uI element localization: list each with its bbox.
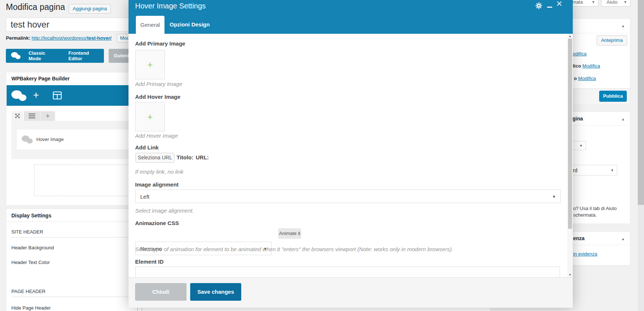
select-url-button[interactable]: Seleziona URL <box>135 153 174 163</box>
schedule-edit-link[interactable]: Modifica <box>578 76 596 81</box>
drag-row-tab[interactable] <box>11 111 23 121</box>
add-hover-image-help: Add Hover Image <box>135 133 178 139</box>
image-alignment-label: Image alignment <box>135 181 178 188</box>
publish-button[interactable]: Pubblica <box>599 91 627 102</box>
add-row-tab[interactable]: + <box>40 111 55 121</box>
element-id-value <box>135 271 140 277</box>
link-help: If empty link, no link <box>135 169 184 175</box>
animazione-css-help: Select type of animation for element to … <box>135 246 546 252</box>
permalink-label: Permalink: <box>6 35 30 41</box>
collapse-icon[interactable]: ▲ <box>621 237 625 241</box>
add-element-icon[interactable]: + <box>33 90 39 100</box>
templates-icon[interactable] <box>53 91 62 101</box>
hide-page-header-label: Hide Page Header <box>11 305 51 311</box>
browser-scrollbar-thumb[interactable] <box>638 0 644 205</box>
modal-scrollbar-thumb[interactable] <box>568 39 572 229</box>
add-hover-image-label: Add Hover Image <box>135 94 180 100</box>
gear-icon[interactable] <box>535 2 543 11</box>
tab-general[interactable]: General <box>136 16 164 34</box>
wpbakery-logo-icon <box>22 135 33 144</box>
classic-mode-button[interactable]: Classic Mode <box>29 50 59 61</box>
url-label: URL: <box>196 154 209 160</box>
element-card-label: Hover Image <box>36 137 64 142</box>
visibility-value: lico <box>573 63 581 69</box>
add-primary-image-help: Add Primary Image <box>135 81 182 87</box>
wordpress-edit-page-screen: Modifica pagina Aggiungi pagina test hov… <box>0 0 644 311</box>
preview-button[interactable]: Anteprima <box>597 35 627 46</box>
wpbakery-logo-icon <box>11 52 21 59</box>
hover-image-settings-modal: Hover Image Settings <box>129 0 573 308</box>
image-alignment-select[interactable]: Left ▼ <box>135 189 561 203</box>
modal-title: Hover Image Settings <box>135 2 206 10</box>
select-arrow-icon: ▼ <box>611 169 614 172</box>
help-label: Aiuto <box>607 0 618 5</box>
row-layout-tab[interactable] <box>24 111 40 121</box>
template-value: rd <box>573 167 577 173</box>
permalink: Permalink: http://localhost/wordpress/te… <box>6 35 112 41</box>
add-page-button[interactable]: Aggiungi pagina <box>69 4 111 14</box>
add-primary-image-label: Add Primary Image <box>135 40 185 47</box>
move-arrows-icon <box>15 113 20 119</box>
page-attributes-title: gina <box>572 116 583 122</box>
permalink-slug[interactable]: test-hover/ <box>87 35 111 41</box>
close-button[interactable]: Chiudi <box>135 283 187 301</box>
add-primary-image-upload[interactable]: + <box>135 50 165 79</box>
chevron-down-icon: ▼ <box>591 0 595 4</box>
close-icon[interactable]: × <box>556 0 562 10</box>
element-id-label: Element ID <box>135 258 164 265</box>
site-header-label: SITE HEADER <box>11 229 43 235</box>
titolo-label: Titolo: <box>177 154 193 160</box>
minimize-icon[interactable] <box>547 7 552 8</box>
page-header-label: PAGE HEADER <box>11 289 46 294</box>
plus-icon: + <box>147 111 153 122</box>
featured-image-title: enza <box>573 235 585 241</box>
image-alignment-help: Select image alignment. <box>135 207 194 214</box>
modal-footer: Chiudi Save changes <box>129 277 573 308</box>
rows-icon <box>29 113 35 119</box>
chevron-down-icon: ▼ <box>623 0 627 4</box>
add-link-label: Add Link <box>135 144 159 151</box>
status-edit-link[interactable]: odifica <box>573 51 587 57</box>
set-featured-image-link[interactable]: in evidenza <box>573 251 597 257</box>
frontend-editor-button[interactable]: Frontend Editor <box>68 50 104 61</box>
help-tab[interactable]: Aiuto ▼ <box>601 0 630 7</box>
plus-icon: + <box>147 59 153 70</box>
help-text-line1: o? Usa il tab di Aiuto <box>573 206 617 211</box>
header-text-color-label: Header Text Color <box>11 260 50 265</box>
display-settings-title: Display Settings <box>11 213 51 218</box>
permalink-url[interactable]: http://localhost/wordpress/ <box>32 35 87 41</box>
collapse-icon[interactable]: ▲ <box>621 117 625 121</box>
element-id-input[interactable] <box>135 267 560 277</box>
post-title-value: test hover <box>11 18 49 31</box>
save-changes-button[interactable]: Save changes <box>190 283 241 301</box>
scroll-up-icon[interactable]: ▲ <box>567 35 573 38</box>
modal-scrollbar[interactable]: ▲ ▼ <box>567 34 573 277</box>
wpbakery-metabox-title: WPBakery Page Builder <box>11 76 70 82</box>
schedule-value: o <box>574 76 577 81</box>
animate-it-button[interactable]: Animate it <box>278 228 301 239</box>
header-background-label: Header Background <box>11 245 54 250</box>
page-title: Modifica pagina <box>6 2 65 12</box>
modal-header: Hover Image Settings <box>129 0 573 34</box>
tab-opzioni-design[interactable]: Opzioni Design <box>170 21 210 28</box>
visibility-edit-link[interactable]: Modifica <box>582 63 600 69</box>
scroll-down-icon[interactable]: ▼ <box>567 273 573 276</box>
animazione-css-label: Animazione CSS <box>135 220 179 226</box>
select-arrow-icon: ▼ <box>579 144 583 148</box>
modal-content: Add Primary Image + Add Primary Image Ad… <box>129 34 573 277</box>
wpbakery-logo-icon <box>11 90 28 101</box>
collapse-icon[interactable]: ▲ <box>621 24 625 28</box>
image-alignment-value: Left <box>140 190 149 203</box>
select-arrow-icon: ▼ <box>552 194 556 198</box>
add-hover-image-upload[interactable]: + <box>135 102 165 131</box>
browser-scrollbar[interactable] <box>638 0 644 311</box>
wpbakery-mode-bar: Classic Mode Frontend Editor <box>6 49 104 63</box>
help-text-line2: schermata. <box>573 212 597 218</box>
